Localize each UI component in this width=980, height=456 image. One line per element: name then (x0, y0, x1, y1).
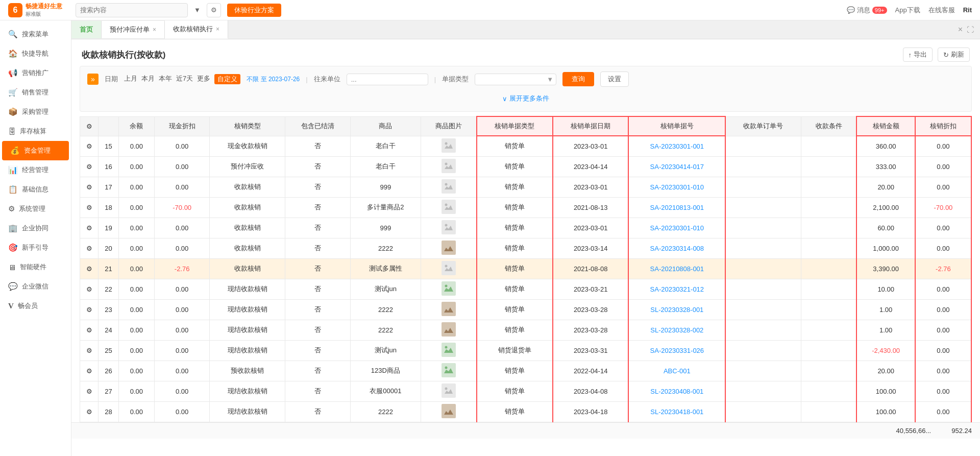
settings-gear[interactable]: ⚙ (207, 3, 221, 17)
sidebar-item-purchase[interactable]: 📦 采购管理 (0, 102, 71, 122)
tab-receipt-close[interactable]: × (216, 26, 219, 33)
sidebar-item-operations[interactable]: 📊 经营管理 (0, 160, 71, 180)
counterpart-input[interactable] (347, 74, 428, 85)
td-verify-amount: 3,390.00 (856, 258, 915, 279)
sidebar-item-enterprise[interactable]: 🏢 企业协同 (0, 219, 71, 238)
query-button[interactable]: 查询 (562, 72, 594, 86)
expand-more-btn[interactable]: ∨ 展开更多条件 (502, 94, 549, 103)
td-bill-no[interactable]: SA-20230301-001 (628, 136, 725, 156)
td-settings[interactable]: ⚙ (80, 279, 99, 299)
td-goods: 2222 (350, 320, 421, 340)
td-settings[interactable]: ⚙ (80, 299, 99, 320)
td-settings[interactable]: ⚙ (80, 381, 99, 401)
tab-close-all[interactable]: × (958, 25, 963, 34)
footer-verify-discount: 952.24 (951, 427, 972, 435)
date-more[interactable]: 更多 (197, 74, 210, 84)
sidebar-item-member[interactable]: V 畅会员 (0, 296, 71, 316)
td-settings[interactable]: ⚙ (80, 320, 99, 340)
td-cash-discount: 0.00 (154, 340, 210, 361)
td-bill-no[interactable]: SA-20210808-001 (628, 258, 725, 279)
sidebar-item-quick[interactable]: 🏠 快捷导航 (0, 44, 71, 63)
td-bill-no[interactable]: SA-20230314-008 (628, 238, 725, 258)
td-settings[interactable]: ⚙ (80, 136, 99, 156)
bill-no-link[interactable]: SA-20230301-010 (650, 183, 704, 191)
bill-type-select[interactable] (475, 74, 556, 85)
top-search-input[interactable] (76, 3, 188, 17)
bill-no-link[interactable]: SL-20230418-001 (650, 408, 703, 416)
td-balance: 0.00 (119, 401, 155, 422)
settings-button[interactable]: 设置 (600, 71, 629, 87)
td-bill-no[interactable]: SL-20230328-002 (628, 320, 725, 340)
bill-no-link[interactable]: ABC-001 (664, 367, 691, 375)
sidebar-item-marketing[interactable]: 📢 营销推广 (0, 63, 71, 83)
date-this-month[interactable]: 本月 (141, 74, 155, 84)
td-bill-no[interactable]: SA-20230301-010 (628, 218, 725, 238)
td-bill-no[interactable]: SL-20230418-001 (628, 401, 725, 422)
filter-expand-toggle[interactable]: » (87, 74, 99, 85)
home-icon: 🏠 (8, 49, 18, 58)
td-settings[interactable]: ⚙ (80, 177, 99, 197)
th-verify-type: 核销类型 (210, 116, 285, 136)
date-custom[interactable]: 自定义 (214, 74, 240, 84)
app-download-link[interactable]: App下载 (895, 6, 920, 15)
td-bill-no[interactable]: SL-20230408-001 (628, 381, 725, 401)
th-settings[interactable]: ⚙ (80, 116, 99, 136)
bill-no-link[interactable]: SA-20210813-001 (650, 204, 704, 211)
sidebar-item-system[interactable]: ⚙ 系统管理 (0, 199, 71, 219)
date-this-year[interactable]: 本年 (159, 74, 172, 84)
td-bill-no[interactable]: SA-20230321-012 (628, 279, 725, 299)
tab-prepay-close[interactable]: × (153, 26, 156, 33)
tab-prepay[interactable]: 预付冲应付单 × (102, 21, 165, 38)
online-service-link[interactable]: 在线客服 (928, 6, 955, 15)
refresh-button[interactable]: ↻ 刷新 (938, 47, 970, 62)
message-icon[interactable]: 💬 消息 99+ (847, 6, 887, 15)
sidebar-item-guide[interactable]: 🎯 新手引导 (0, 238, 71, 257)
td-settings[interactable]: ⚙ (80, 197, 99, 218)
sidebar-item-inventory[interactable]: 🗄 库存核算 (0, 122, 71, 141)
td-bill-no[interactable]: SA-20230331-026 (628, 340, 725, 361)
bill-no-link[interactable]: SA-20230314-008 (650, 245, 704, 252)
export-button[interactable]: ↑ 导出 (903, 47, 933, 62)
td-goods-img (421, 299, 477, 320)
bill-no-link[interactable]: SA-20230301-001 (650, 142, 704, 150)
td-bill-no[interactable]: SA-20230301-010 (628, 177, 725, 197)
solution-button[interactable]: 休验行业方案 (227, 4, 281, 17)
td-settings[interactable]: ⚙ (80, 238, 99, 258)
sidebar-item-wechat[interactable]: 💬 企业微信 (0, 277, 71, 296)
tab-expand[interactable]: ⛶ (967, 26, 974, 34)
top-bar: 6 畅捷通好生意 标准版 ▼ ⚙ 休验行业方案 💬 消息 99+ App下载 在… (0, 0, 980, 20)
date-last-month[interactable]: 上月 (124, 74, 137, 84)
sidebar-item-sales[interactable]: 🛒 销售管理 (0, 83, 71, 102)
td-goods-img (421, 258, 477, 279)
sidebar-item-search[interactable]: 🔍 搜索菜单 (0, 25, 71, 44)
td-bill-date: 2023-04-14 (553, 156, 629, 177)
dropdown-arrow[interactable]: ▼ (194, 6, 201, 14)
td-settings[interactable]: ⚙ (80, 156, 99, 177)
tab-receipt[interactable]: 收款核销执行 × (165, 20, 228, 39)
bill-no-link[interactable]: SA-20210808-001 (650, 265, 704, 273)
sidebar-item-base[interactable]: 📋 基础信息 (0, 180, 71, 199)
bill-no-link[interactable]: SL-20230328-001 (650, 306, 703, 314)
td-bill-no[interactable]: ABC-001 (628, 361, 725, 381)
td-seq: 20 (99, 238, 119, 258)
td-bill-no[interactable]: SA-20210813-001 (628, 197, 725, 218)
bill-no-link[interactable]: SA-20230301-010 (650, 224, 704, 232)
sidebar-item-hardware[interactable]: 🖥 智能硬件 (0, 257, 71, 277)
bill-no-link[interactable]: SA-20230331-026 (650, 347, 704, 354)
bill-no-link[interactable]: SA-20230321-012 (650, 285, 704, 293)
td-settings[interactable]: ⚙ (80, 361, 99, 381)
td-settings[interactable]: ⚙ (80, 218, 99, 238)
bill-no-link[interactable]: SL-20230328-002 (650, 326, 703, 334)
td-settings[interactable]: ⚙ (80, 401, 99, 422)
td-settings[interactable]: ⚙ (80, 258, 99, 279)
sidebar-item-finance[interactable]: 💰 资金管理 (2, 141, 69, 160)
bill-no-link[interactable]: SA-20230414-017 (650, 163, 704, 171)
sidebar-label-operations: 经营管理 (22, 165, 48, 175)
td-verify-type: 收款核销 (210, 197, 285, 218)
td-settings[interactable]: ⚙ (80, 340, 99, 361)
bill-no-link[interactable]: SL-20230408-001 (650, 388, 703, 395)
tab-home[interactable]: 首页 (71, 21, 102, 38)
td-bill-no[interactable]: SL-20230328-001 (628, 299, 725, 320)
td-bill-no[interactable]: SA-20230414-017 (628, 156, 725, 177)
date-7days[interactable]: 近7天 (176, 74, 193, 84)
